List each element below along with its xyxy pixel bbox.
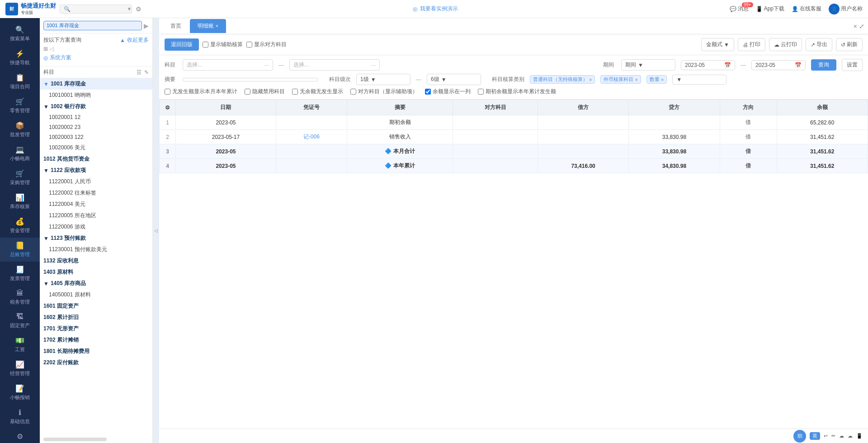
tree-item-1122[interactable]: ▼ 1122 应收款项 <box>40 165 152 176</box>
app-download-button[interactable]: 📱 App下载 <box>756 5 784 13</box>
tree-list-icon[interactable]: ☰ <box>137 69 142 76</box>
tree-item-10020003[interactable]: 10020003 122 <box>40 132 152 142</box>
demo-text[interactable]: 我要看实例演示 <box>420 5 458 13</box>
maximize-button[interactable]: ⤢ <box>859 23 864 30</box>
filter-subject-input[interactable]: 选择... ··· <box>183 59 273 71</box>
collapse-sidebar-button[interactable]: ◁ <box>153 18 159 443</box>
filter-tag-foreign[interactable]: 外币核算科目 × <box>600 75 641 84</box>
query-button[interactable]: 查询 <box>811 59 836 71</box>
sidebar-item-project[interactable]: 📋 项目合同 <box>0 70 40 94</box>
tag-foreign-close[interactable]: × <box>635 77 637 82</box>
search-input[interactable] <box>72 6 127 12</box>
sidebar-item-salary[interactable]: 💵 工资 <box>0 333 40 357</box>
cloud-icon[interactable]: ☁ <box>839 433 844 439</box>
sidebar-item-search[interactable]: 🔍 搜索菜单 <box>0 22 40 46</box>
tree-item-11220002[interactable]: 11220002 往来标签 <box>40 187 152 199</box>
return-old-button[interactable]: 退回旧版 <box>165 38 199 51</box>
sidebar-item-invoice[interactable]: 🧾 发票管理 <box>0 262 40 286</box>
quantity-dropdown[interactable]: ▼ <box>672 75 726 85</box>
tree-item-1602[interactable]: 1602 累计折旧 <box>40 312 152 323</box>
export-button[interactable]: ↗ 导出 <box>806 38 832 51</box>
tree-item-1132[interactable]: 1132 应收利息 <box>40 255 152 267</box>
tree-item-14050001[interactable]: 14050001 原材料 <box>40 289 152 300</box>
close-window-button[interactable]: × <box>854 23 857 30</box>
cloud-print-button[interactable]: ☁ 云打印 <box>769 38 802 51</box>
amount-style-button[interactable]: 金额式 ▼ <box>701 38 734 51</box>
sidebar-item-business[interactable]: 📈 经营管理 <box>0 357 40 381</box>
refresh-button[interactable]: ↺ 刷新 <box>836 38 863 51</box>
message-button[interactable]: 💬 消息 99+ <box>730 5 749 13</box>
sidebar-item-baseinfo[interactable]: ℹ 基础信息 <box>0 405 40 429</box>
sidebar-item-inventory[interactable]: 📊 库存核算 <box>0 190 40 214</box>
tree-item-10010001[interactable]: 10010001 哟哟哟 <box>40 90 152 101</box>
sidebar-item-purchase[interactable]: 🛒 采购管理 <box>0 166 40 190</box>
summary-input[interactable] <box>183 78 318 81</box>
tree-item-1801[interactable]: 1801 长期待摊费用 <box>40 346 152 357</box>
period-end-input[interactable]: 2023-05 📅 <box>751 60 806 70</box>
print-button[interactable]: 🖨 打印 <box>738 38 765 51</box>
check-balance-column[interactable]: 余额显示在一列 <box>425 88 471 95</box>
user-area[interactable]: 👤 用户名称 <box>829 4 863 14</box>
tree-item-11220004[interactable]: 11220004 美元 <box>40 199 152 210</box>
system-scheme-button[interactable]: ◎ 系统方案 <box>43 52 149 63</box>
tree-item-1123[interactable]: ▼ 1123 预付账款 <box>40 233 152 244</box>
tab-detail-ledger[interactable]: 明细账 × <box>190 19 226 33</box>
cloud2-icon[interactable]: ☁ <box>848 433 853 439</box>
tag-quantity-close[interactable]: × <box>661 77 664 82</box>
sidebar-item-retail[interactable]: 🛒 零售管理 <box>0 94 40 118</box>
sidebar-item-assets[interactable]: 🏗 固定资产 <box>0 309 40 333</box>
sidebar-item-wholesale[interactable]: 📦 批发管理 <box>0 118 40 142</box>
tree-item-2202[interactable]: 2202 应付账款 <box>40 357 152 368</box>
check-opening-balance[interactable]: 期初余额显示本年累计发生额 <box>478 88 556 95</box>
tag-normal-close[interactable]: × <box>589 77 592 82</box>
check-no-occurrence[interactable]: 无发生额显示本月本年累计 <box>165 88 237 95</box>
filter-subject-input2[interactable]: 选择... ··· <box>289 59 380 71</box>
level-to-select[interactable]: 6级 ▼ <box>427 74 481 85</box>
sidebar-item-tax[interactable]: 🏛 税务管理 <box>0 286 40 309</box>
language-button[interactable]: 英 <box>810 432 820 440</box>
search-bar[interactable]: 🔍 ▼ <box>60 5 132 14</box>
tree-item-10020001[interactable]: 10020001 12 <box>40 112 152 122</box>
check-no-balance[interactable]: 无余额无发生显示 <box>292 88 343 95</box>
settings-config-button[interactable]: 设置 <box>842 59 863 71</box>
tree-item-1701[interactable]: 1701 无形资产 <box>40 323 152 334</box>
tree-item-1702[interactable]: 1702 累计摊销 <box>40 334 152 346</box>
tree-item-1002[interactable]: ▼ 1002 银行存款 <box>40 101 152 112</box>
sidebar-item-finance[interactable]: 💰 资金管理 <box>0 214 40 238</box>
tree-item-1403[interactable]: 1403 原材料 <box>40 267 152 278</box>
collapse-more-button[interactable]: ▲ 收起更多 <box>120 36 149 44</box>
show-contra-checkbox[interactable]: 显示对方科目 <box>246 41 287 48</box>
tree-item-1012[interactable]: 1012 其他货币资金 <box>40 153 152 165</box>
sidebar-item-quicknav[interactable]: ⚡ 快捷导航 <box>0 46 40 70</box>
assistant-icon[interactable]: 助 <box>793 430 806 443</box>
tree-item-11220006[interactable]: 11220006 游戏 <box>40 221 152 233</box>
tree-item-11220005[interactable]: 11220005 所在地区 <box>40 210 152 221</box>
level-from-select[interactable]: 1级 ▼ <box>356 74 410 85</box>
tree-item-1001[interactable]: ▼ 1001 库存现金 <box>40 78 152 90</box>
sidebar-item-sysadmin[interactable]: ⚙ 系统管理 <box>0 429 40 443</box>
sidebar-item-expense[interactable]: 📝 小畅报销 <box>0 381 40 405</box>
mobile-icon[interactable]: 📱 <box>856 433 863 439</box>
undo-icon[interactable]: ↩ <box>824 433 828 439</box>
period-type-select[interactable]: 期间 ▼ <box>621 59 675 71</box>
check-contra-subject[interactable]: 对方科目（显示辅助项） <box>350 88 418 95</box>
filter-tag-normal[interactable]: 普通科目（无特殊核算） × <box>530 75 595 84</box>
filter-tag-quantity[interactable]: 数量 × <box>646 75 667 84</box>
tree-item-11220001[interactable]: 11220001 人民币 <box>40 176 152 187</box>
voucher-link[interactable]: 记-006 <box>303 133 320 140</box>
nav-arrow-right[interactable]: ▶ <box>144 22 149 29</box>
tab-close-button[interactable]: × <box>216 24 218 29</box>
tree-item-11230001[interactable]: 11230001 预付账款美元 <box>40 244 152 255</box>
online-service-button[interactable]: 👤 在线客服 <box>792 5 821 13</box>
sidebar-item-ledger[interactable]: 📒 总账管理 <box>0 238 40 262</box>
sidebar-item-ecommerce[interactable]: 💻 小畅电商 <box>0 142 40 166</box>
tree-item-1601[interactable]: 1601 固定资产 <box>40 300 152 312</box>
tree-item-1405[interactable]: ▼ 1405 库存商品 <box>40 278 152 289</box>
tab-home[interactable]: 首页 <box>163 19 189 33</box>
show-aux-checkbox[interactable]: 显示辅助核算 <box>203 41 243 48</box>
period-start-input[interactable]: 2023-05 📅 <box>681 60 735 70</box>
settings-icon[interactable]: ⚙ <box>136 5 142 13</box>
check-hide-disabled[interactable]: 隐藏禁用科目 <box>245 88 285 95</box>
tree-item-10020002[interactable]: 10020002 23 <box>40 122 152 132</box>
edit-icon[interactable]: ✏ <box>831 433 835 439</box>
